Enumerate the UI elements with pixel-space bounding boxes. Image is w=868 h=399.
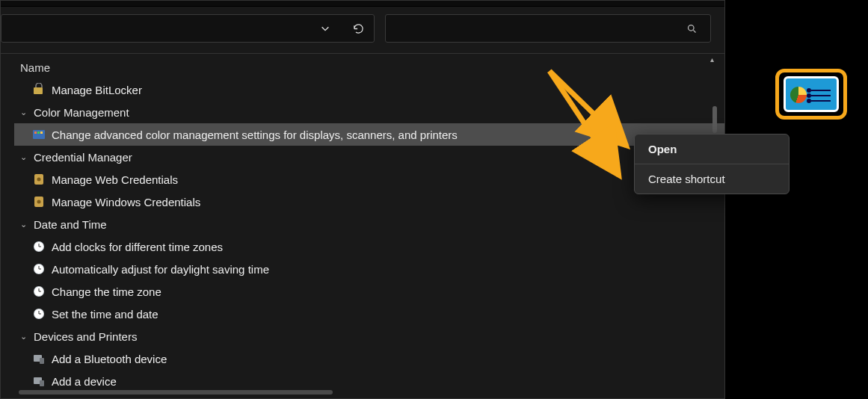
list-item[interactable]: Manage BitLocker [14, 78, 724, 101]
clock-icon [32, 307, 46, 321]
svg-point-8 [37, 178, 41, 182]
list-item[interactable]: Manage Web Credentials [14, 168, 724, 191]
device-icon [32, 374, 46, 388]
context-menu: Open Create shortcut [634, 134, 789, 194]
item-label: Automatically adjust for daylight saving… [52, 263, 269, 276]
item-label: Add clocks for different time zones [52, 241, 223, 253]
item-label: Manage Windows Credentials [52, 196, 200, 208]
list-item[interactable]: Add clocks for different time zones [14, 235, 724, 258]
group-label: Devices and Printers [34, 330, 137, 343]
explorer-window: ▴ Name Manage BitLocker⌄Color Management… [0, 0, 725, 399]
svg-rect-28 [40, 358, 44, 364]
title-bar-gap [1, 1, 724, 7]
group-header[interactable]: ⌄Devices and Printers [14, 325, 724, 347]
item-label: Manage Web Credentials [52, 173, 178, 186]
search-icon [683, 20, 700, 37]
horizontal-scrollbar[interactable] [19, 390, 333, 395]
context-menu-open[interactable]: Open [635, 134, 789, 164]
svg-rect-3 [33, 130, 45, 139]
list-item[interactable]: Change the time zone [14, 280, 724, 303]
vault-icon [32, 195, 46, 208]
item-label: Change advanced color management setting… [52, 129, 458, 141]
search-box[interactable] [385, 14, 711, 43]
group-label: Date and Time [34, 218, 107, 231]
scroll-up-icon[interactable]: ▴ [710, 55, 718, 63]
context-menu-create-shortcut[interactable]: Create shortcut [635, 164, 789, 194]
refresh-icon[interactable] [350, 20, 366, 37]
content-area: ▴ Name Manage BitLocker⌄Color Management… [1, 54, 724, 399]
group-header[interactable]: ⌄Date and Time [14, 213, 724, 235]
item-label: Set the time and date [52, 308, 158, 321]
item-list: Manage BitLocker⌄Color ManagementChange … [10, 78, 724, 392]
device-icon [32, 352, 46, 365]
svg-rect-4 [34, 132, 37, 134]
vertical-scrollbar[interactable] [712, 106, 717, 133]
list-item[interactable]: Add a Bluetooth device [14, 347, 724, 370]
group-label: Color Management [34, 106, 129, 119]
item-label: Add a Bluetooth device [52, 353, 167, 365]
list-item[interactable]: Set the time and date [14, 303, 724, 325]
list-item[interactable]: Add a device [14, 370, 724, 392]
column-header-name[interactable]: Name [10, 54, 724, 78]
chevron-down-icon[interactable] [317, 20, 333, 37]
clock-icon [32, 240, 46, 253]
clock-icon [32, 285, 46, 298]
vault-icon [32, 173, 46, 186]
chevron-down-icon: ⌄ [20, 152, 32, 162]
svg-rect-5 [37, 132, 40, 134]
chevron-down-icon: ⌄ [20, 220, 32, 229]
list-item[interactable]: Manage Windows Credentials [14, 191, 724, 213]
control-panel-badge-icon [775, 69, 847, 120]
list-item[interactable]: Change advanced color management setting… [14, 123, 724, 146]
group-header[interactable]: ⌄Color Management [14, 101, 724, 123]
svg-rect-6 [40, 132, 43, 134]
item-label: Add a device [52, 375, 117, 388]
item-label: Change the time zone [52, 285, 161, 298]
list-item[interactable]: Automatically adjust for daylight saving… [14, 258, 724, 280]
address-bar[interactable] [1, 14, 375, 43]
item-label: Manage BitLocker [52, 84, 142, 96]
svg-point-0 [688, 25, 694, 31]
group-label: Credential Manager [34, 151, 132, 164]
chevron-down-icon: ⌄ [20, 108, 32, 117]
clock-icon [32, 262, 46, 276]
chevron-down-icon: ⌄ [20, 332, 32, 341]
toolbar [1, 7, 724, 54]
svg-line-1 [693, 30, 695, 32]
color-icon [32, 128, 46, 141]
svg-rect-30 [40, 380, 44, 386]
bitlocker-icon [32, 83, 46, 96]
group-header[interactable]: ⌄Credential Manager [14, 146, 724, 168]
svg-rect-2 [34, 87, 43, 94]
svg-point-10 [37, 200, 41, 204]
